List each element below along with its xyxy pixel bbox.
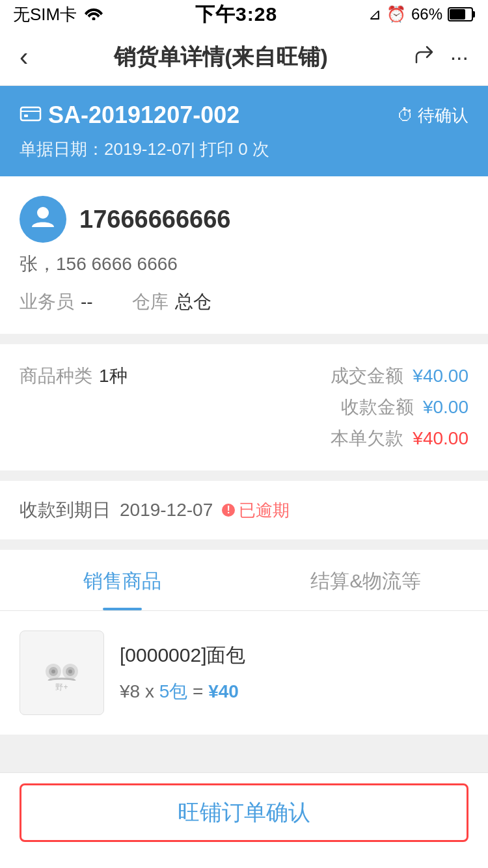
alarm-icon: ⏰: [386, 5, 406, 23]
order-number: SA-20191207-002: [20, 102, 239, 129]
order-header: SA-20191207-002 ⏱ 待确认 单据日期：2019-12-07| 打…: [0, 86, 488, 176]
product-type-value: 1种: [99, 364, 128, 388]
warehouse-value: 总仓: [175, 290, 211, 314]
nav-bar: ‹ 销货单详情(来自旺铺) ···: [0, 29, 488, 86]
due-date-value: 2019-12-07: [120, 500, 213, 521]
quantity: 5包: [159, 681, 188, 701]
customer-meta: 业务员 -- 仓库 总仓: [20, 290, 468, 314]
product-item: 野+ [0000002]面包 ¥8 x 5包 = ¥40: [20, 631, 468, 715]
product-type-item: 商品种类 1种: [20, 364, 128, 388]
owed-amount-label: 本单欠款: [331, 426, 403, 451]
product-thumbnail: 野+: [20, 631, 104, 715]
customer-top: 17666666666: [20, 196, 468, 243]
svg-text:野+: 野+: [55, 683, 68, 692]
order-header-top: SA-20191207-002 ⏱ 待确认: [20, 102, 468, 129]
status-left: 无SIM卡: [13, 3, 104, 26]
customer-name: 张，156 6666 6666: [20, 252, 468, 277]
tab-sales-label: 销售商品: [83, 570, 161, 591]
overdue-badge: ! 已逾期: [222, 499, 290, 522]
product-info: [0000002]面包 ¥8 x 5包 = ¥40: [120, 642, 468, 704]
carrier-text: 无SIM卡: [13, 3, 77, 26]
svg-rect-4: [21, 107, 40, 120]
svg-rect-2: [472, 11, 475, 18]
multiply-sign: x: [145, 681, 159, 701]
back-button[interactable]: ‹: [20, 42, 28, 72]
warehouse-item: 仓库 总仓: [132, 290, 211, 314]
tab-settlement[interactable]: 结算&物流等: [244, 550, 488, 610]
order-id: SA-20191207-002: [48, 102, 239, 129]
product-name: [0000002]面包: [120, 642, 468, 669]
svg-point-12: [68, 670, 72, 673]
page-title: 销货单详情(来自旺铺): [114, 42, 328, 72]
salesman-value: --: [81, 292, 93, 312]
summary-section: 商品种类 1种 成交金额 ¥40.00 收款金额 ¥0.00 本单欠款 ¥40.…: [0, 344, 488, 470]
received-amount-item: 收款金额 ¥0.00: [341, 395, 468, 420]
date-label: 单据日期：: [20, 139, 104, 159]
order-date: 2019-12-07: [104, 139, 191, 159]
tabs-section: 销售商品 结算&物流等: [0, 550, 488, 611]
deal-amount-value: ¥40.00: [413, 366, 468, 387]
status-bar: 无SIM卡 下午3:28 ⊿ ⏰ 66%: [0, 0, 488, 29]
status-time: 下午3:28: [195, 1, 277, 28]
svg-point-0: [92, 17, 96, 20]
customer-section: 17666666666 张，156 6666 6666 业务员 -- 仓库 总仓: [0, 176, 488, 334]
deal-amount-label: 成交金额: [331, 364, 403, 388]
product-section: 野+ [0000002]面包 ¥8 x 5包 = ¥40: [0, 611, 488, 735]
nav-actions: ···: [414, 44, 468, 70]
warehouse-label: 仓库: [132, 290, 169, 314]
share-button[interactable]: [414, 44, 435, 70]
product-price: ¥8 x 5包 = ¥40: [120, 679, 468, 704]
owed-amount-item: 本单欠款 ¥40.00: [331, 426, 468, 451]
tabs-row: 销售商品 结算&物流等: [0, 550, 488, 611]
summary-left: 商品种类 1种: [20, 364, 128, 388]
received-amount-label: 收款金额: [341, 395, 414, 420]
tab-sales-products[interactable]: 销售商品: [0, 550, 244, 610]
customer-phone: 17666666666: [79, 206, 230, 234]
svg-point-6: [37, 207, 49, 219]
confirm-button-label: 旺铺订单确认: [178, 798, 310, 828]
salesman-item: 业务员 --: [20, 290, 93, 314]
due-date-label: 收款到期日: [20, 498, 111, 522]
equals-sign: =: [193, 681, 208, 701]
location-icon: ⊿: [368, 5, 381, 23]
unit-price: ¥8: [120, 681, 140, 701]
battery-icon: [448, 7, 475, 21]
total-price: ¥40: [208, 681, 239, 701]
svg-rect-5: [24, 115, 28, 117]
bottom-bar: 旺铺订单确认: [0, 772, 488, 868]
status-clock-icon: ⏱: [397, 105, 414, 126]
overdue-icon: !: [222, 504, 235, 517]
order-status: ⏱ 待确认: [397, 104, 468, 127]
salesman-label: 业务员: [20, 290, 74, 314]
status-text: 待确认: [418, 104, 468, 127]
status-right: ⊿ ⏰ 66%: [368, 5, 475, 23]
product-type-label: 商品种类: [20, 364, 92, 388]
battery-text: 66%: [411, 5, 442, 23]
overdue-text: 已逾期: [239, 499, 290, 522]
owed-amount-value: ¥40.00: [413, 428, 468, 449]
order-number-icon: [20, 102, 42, 129]
print-info: | 打印 0 次: [191, 139, 269, 159]
confirm-order-button[interactable]: 旺铺订单确认: [20, 783, 468, 842]
deal-amount-item: 成交金额 ¥40.00: [331, 364, 468, 388]
wifi-icon: [83, 5, 104, 25]
due-section: 收款到期日 2019-12-07 ! 已逾期: [0, 481, 488, 539]
avatar-icon: [29, 202, 57, 236]
avatar: [20, 196, 66, 243]
received-amount-value: ¥0.00: [423, 397, 468, 418]
svg-point-11: [51, 670, 55, 673]
summary-right: 成交金额 ¥40.00 收款金额 ¥0.00 本单欠款 ¥40.00: [331, 364, 468, 451]
order-date-line: 单据日期：2019-12-07| 打印 0 次: [20, 138, 468, 161]
more-button[interactable]: ···: [450, 44, 468, 70]
tab-settlement-label: 结算&物流等: [310, 570, 421, 591]
svg-rect-3: [450, 9, 465, 20]
